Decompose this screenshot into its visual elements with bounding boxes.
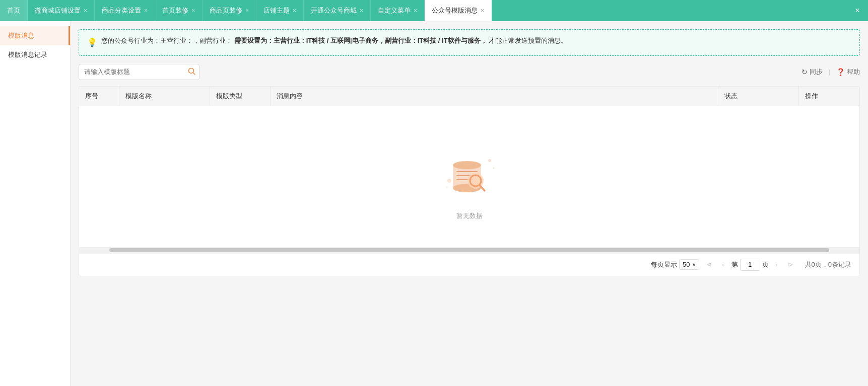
svg-line-1	[193, 72, 195, 74]
nav-tab-home-decor[interactable]: 首页装修 ×	[155, 0, 203, 21]
search-input[interactable]	[79, 64, 199, 80]
nav-tab-shop-theme[interactable]: 店铺主题 ×	[256, 0, 304, 21]
help-icon: ❓	[836, 68, 845, 76]
search-icon[interactable]	[188, 67, 195, 76]
sidebar: 模版消息 模版消息记录	[0, 21, 71, 386]
page-nav: ⊲ ‹ 第 页 › ⊳	[703, 259, 797, 271]
notice-highlight: 需要设置为：主营行业：IT科技 / 互联网|电子商务，副营行业：IT科技 / I…	[234, 37, 487, 44]
nav-tab-shop-theme-label: 店铺主题	[263, 6, 290, 15]
notice-box: 💡 您的公众号行业为：主营行业：，副营行业： 需要设置为：主营行业：IT科技 /…	[79, 29, 860, 56]
content-area: 💡 您的公众号行业为：主营行业：，副营行业： 需要设置为：主营行业：IT科技 /…	[71, 21, 868, 386]
col-type: 模版类型	[210, 87, 271, 106]
toolbar-divider: |	[829, 68, 830, 75]
close-template-msg-icon[interactable]: ×	[481, 7, 484, 14]
nav-tab-open-mall[interactable]: 开通公众号商城 ×	[304, 0, 371, 21]
notice-bulb-icon: 💡	[87, 36, 97, 49]
toolbar-right: ↻ 同步 | ❓ 帮助	[802, 67, 860, 76]
sync-button[interactable]: ↻ 同步	[802, 67, 823, 76]
notice-prefix: 您的公众号行业为：主营行业：，副营行业：	[101, 37, 232, 44]
nav-tab-template-msg[interactable]: 公众号模版消息 ×	[425, 0, 492, 21]
page-size-dropdown[interactable]: 50 ∨	[679, 259, 699, 270]
close-open-mall-icon[interactable]: ×	[360, 7, 363, 14]
nav-tab-product-decor[interactable]: 商品页装修 ×	[203, 0, 256, 21]
sidebar-item-template-msg-record[interactable]: 模版消息记录	[0, 45, 70, 64]
col-index: 序号	[79, 87, 119, 106]
close-category-settings-icon[interactable]: ×	[144, 7, 148, 14]
help-label: 帮助	[847, 67, 860, 76]
page-size-select: 每页显示 50 ∨	[651, 259, 699, 270]
nav-tab-home[interactable]: 首页	[0, 0, 28, 21]
main-layout: 模版消息 模版消息记录 💡 您的公众号行业为：主营行业：，副营行业： 需要设置为…	[0, 21, 868, 386]
nav-tab-custom-menu[interactable]: 自定义菜单 ×	[371, 0, 425, 21]
notice-text: 您的公众号行业为：主营行业：，副营行业： 需要设置为：主营行业：IT科技 / 互…	[101, 36, 567, 46]
nav-tab-category-settings[interactable]: 商品分类设置 ×	[95, 0, 155, 21]
dropdown-arrow-icon: ∨	[692, 262, 696, 267]
nav-tab-template-msg-label: 公众号模版消息	[432, 6, 478, 15]
nav-tab-shop-settings[interactable]: 微商城店铺设置 ×	[28, 0, 95, 21]
close-home-decor-icon[interactable]: ×	[191, 7, 195, 14]
close-shop-settings-icon[interactable]: ×	[84, 7, 87, 14]
page-unit: 页	[762, 260, 769, 269]
col-status: 状态	[718, 87, 799, 106]
sync-icon: ↻	[802, 68, 808, 76]
data-table: 序号 模版名称 模版类型 消息内容 状态 操作	[79, 86, 860, 276]
page-number-input[interactable]	[740, 259, 760, 271]
nav-tab-category-settings-label: 商品分类设置	[102, 6, 141, 15]
sidebar-item-template-msg[interactable]: 模版消息	[0, 26, 70, 45]
nav-close-all-button[interactable]: ×	[847, 0, 868, 21]
page-word: 第	[731, 260, 738, 269]
nav-tab-home-decor-label: 首页装修	[162, 6, 188, 15]
page-size-value: 50	[683, 261, 690, 268]
prev-page-button[interactable]: ‹	[717, 259, 729, 271]
next-page-button[interactable]: ›	[771, 259, 783, 271]
sync-label: 同步	[810, 67, 823, 76]
col-name: 模版名称	[119, 87, 210, 106]
nav-tab-shop-settings-label: 微商城店铺设置	[35, 6, 81, 15]
col-action: 操作	[799, 87, 859, 106]
search-input-wrap	[79, 64, 199, 80]
svg-point-13	[488, 159, 491, 162]
empty-state: 暂无数据	[79, 106, 859, 247]
svg-point-5	[453, 161, 481, 169]
nav-tab-custom-menu-label: 自定义菜单	[378, 6, 411, 15]
page-size-label: 每页显示	[651, 260, 677, 269]
close-custom-menu-icon[interactable]: ×	[414, 7, 417, 14]
notice-suffix: 才能正常发送预置的消息。	[489, 37, 567, 44]
svg-point-16	[446, 186, 448, 188]
svg-point-14	[493, 167, 495, 169]
sidebar-item-template-msg-record-label: 模版消息记录	[8, 51, 47, 58]
help-button[interactable]: ❓ 帮助	[836, 67, 860, 76]
last-page-button[interactable]: ⊳	[785, 259, 797, 271]
close-product-decor-icon[interactable]: ×	[245, 7, 249, 14]
empty-illustration	[439, 143, 500, 203]
empty-text: 暂无数据	[456, 211, 483, 220]
pagination: 每页显示 50 ∨ ⊲ ‹ 第 页 › ⊳ 共0页，0条记录	[79, 253, 859, 276]
nav-tab-home-label: 首页	[7, 6, 20, 15]
horizontal-scrollbar[interactable]	[79, 247, 859, 253]
first-page-button[interactable]: ⊲	[703, 259, 715, 271]
table-header: 序号 模版名称 模版类型 消息内容 状态 操作	[79, 87, 859, 106]
scrollbar-thumb[interactable]	[109, 248, 829, 252]
col-content: 消息内容	[271, 87, 718, 106]
nav-tab-open-mall-label: 开通公众号商城	[311, 6, 357, 15]
page-total: 共0页，0条记录	[805, 260, 851, 269]
top-nav: 首页 微商城店铺设置 × 商品分类设置 × 首页装修 × 商品页装修 × 店铺主…	[0, 0, 868, 21]
search-bar: ↻ 同步 | ❓ 帮助	[79, 64, 860, 80]
sidebar-item-template-msg-label: 模版消息	[8, 32, 34, 39]
nav-tab-product-decor-label: 商品页装修	[210, 6, 242, 15]
close-shop-theme-icon[interactable]: ×	[293, 7, 296, 14]
svg-point-15	[447, 179, 451, 183]
